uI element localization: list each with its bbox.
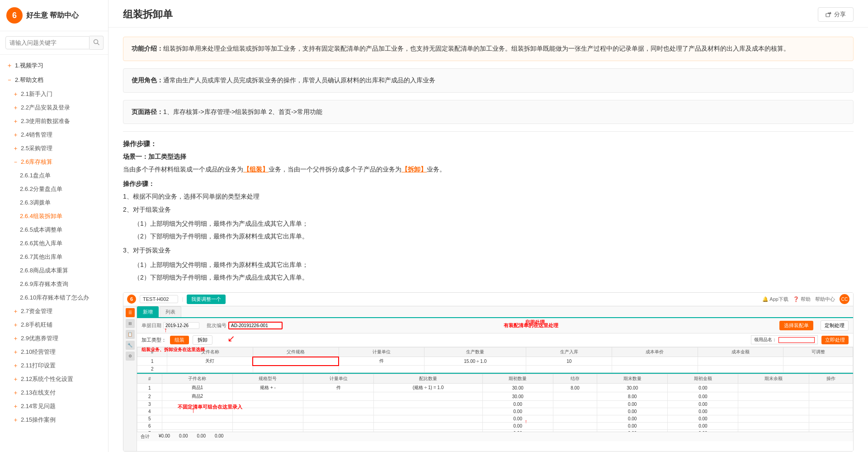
sidebar-item-2-13[interactable]: ＋ 2.13在线支付 xyxy=(0,386,108,400)
mock-topbar: 6 TEST-H002 | 我要调整一个 🔔 App下载 ❓ 帮助 帮助中心 C… xyxy=(123,293,853,306)
sidebar-item-2-6-10[interactable]: 2.6.10库存账本错了怎么办 xyxy=(0,291,108,305)
sidebar-item-2-8[interactable]: ＋ 2.8手机旺铺 xyxy=(0,318,108,332)
intro-box: 功能介绍：组装拆卸单用来处理企业组装或拆卸等加工业务，支持有固定装配清单的产品加… xyxy=(123,37,854,61)
ops-title: 操作步骤： xyxy=(123,140,854,148)
mock-select-btn[interactable]: 选择装配单 xyxy=(779,321,813,330)
highlight-assemble: 【组装】 xyxy=(243,166,269,173)
sub-row-5: 50.000.000.00 xyxy=(137,415,853,423)
th-amount: 成本金额 xyxy=(698,347,783,357)
mock-main: 新增 列表 单据日期 批次编号 xyxy=(137,306,853,451)
sidebar-item-2-label: 2.帮助文档 xyxy=(15,76,43,84)
sub-row-7: 70.000.000.00 xyxy=(137,430,853,432)
sidebar-label-2-13: 2.13在线支付 xyxy=(21,389,56,397)
sidebar-item-2-6[interactable]: － 2.6库存核算 xyxy=(0,155,108,169)
td-2-name xyxy=(167,366,253,373)
sidebar-item-2-6-6[interactable]: 2.6.6其他入库单 xyxy=(0,237,108,250)
sidebar-item-1[interactable]: ＋ 1.视频学习 xyxy=(0,58,108,73)
th-pspec: 父件规格 xyxy=(253,347,339,357)
sidebar-label-2-10: 2.10经营管理 xyxy=(21,348,56,356)
sidebar-item-2-4[interactable]: ＋ 2.4销售管理 xyxy=(0,128,108,142)
sidebar-item-2-6-8[interactable]: 2.6.8商品成本重算 xyxy=(0,264,108,277)
sidebar-item-2-9[interactable]: ＋ 2.9优惠券管理 xyxy=(0,332,108,345)
content-body: 功能介绍：组装拆卸单用来处理企业组装或拆卸等加工业务，支持有固定装配清单的产品加… xyxy=(108,28,868,452)
plus-icon-2-11: ＋ xyxy=(13,362,19,370)
sth-name: 子件名称 xyxy=(162,374,232,384)
sidebar-item-2-15[interactable]: ＋ 2.15操作案例 xyxy=(0,413,108,427)
td-2-amount xyxy=(698,366,783,373)
search-input[interactable] xyxy=(5,36,90,49)
logo-area: 6 好生意 帮助中心 xyxy=(0,0,108,31)
mock-table-area: # 父件名称 父件规格 计量单位 生产数量 生产入库 成本单价 成本金额 可调整 xyxy=(137,347,853,373)
sidebar-item-2-10[interactable]: ＋ 2.10经营管理 xyxy=(0,345,108,359)
sidebar-item-2-11[interactable]: ＋ 2.11打印设置 xyxy=(0,359,108,372)
sidebar-label-2-7: 2.7资金管理 xyxy=(21,307,52,315)
footer-val3: 0.00 xyxy=(197,433,206,440)
mock-ok-btn[interactable]: 定制处理 xyxy=(821,320,849,331)
sub-row-4: 40.000.000.00 xyxy=(137,408,853,415)
batch-input[interactable] xyxy=(228,322,283,329)
path-text: 1、库存核算->库存管理->组装拆卸单 2、首页->常用功能 xyxy=(163,108,322,115)
path-box: 页面路径：1、库存核算->库存管理->组装拆卸单 2、首页->常用功能 xyxy=(123,100,854,124)
sr2-name: 商品2 xyxy=(162,392,232,401)
sr2-op xyxy=(809,392,853,401)
sidebar-item-2-1[interactable]: ＋ 2.1新手入门 xyxy=(0,87,108,101)
sidebar-item-2-6-4[interactable]: 2.6.4组装拆卸单 xyxy=(0,209,108,223)
field-date: 单据日期 xyxy=(142,322,199,329)
sth-endamt: 期末余额 xyxy=(738,374,809,384)
sidebar-label-2-5: 2.5采购管理 xyxy=(21,144,52,152)
mock-icon-4: 🔧 xyxy=(126,341,135,350)
td-2-in xyxy=(526,366,612,373)
date-input[interactable] xyxy=(163,322,199,329)
sidebar-item-2-14[interactable]: ＋ 2.14常见问题 xyxy=(0,400,108,413)
sth-balance: 结存 xyxy=(553,374,597,384)
sidebar-label-2-2: 2.2产品安装及登录 xyxy=(21,104,70,112)
mock-btn-assemble[interactable]: 组装 xyxy=(170,336,189,344)
mock-confirm-btn[interactable]: 立即处理 xyxy=(821,336,849,344)
sidebar-label-2-9: 2.9优惠券管理 xyxy=(21,334,58,343)
mock-app-store: 🔔 App下载 xyxy=(762,296,788,303)
search-button[interactable] xyxy=(90,36,104,50)
sub-row-6: 60.000.000.00 xyxy=(137,423,853,430)
plus-icon-2-12: ＋ xyxy=(13,375,19,383)
th-inqty: 生产入库 xyxy=(526,347,612,357)
share-button[interactable]: 分享 xyxy=(818,7,854,22)
sr2-bal xyxy=(553,392,597,401)
sidebar-item-2-6-7[interactable]: 2.6.7其他出库单 xyxy=(0,250,108,264)
td-1-cost xyxy=(612,357,698,366)
td-1-qty: 15.00 ÷ 1.0 xyxy=(425,357,526,366)
sidebar-item-2-3[interactable]: ＋ 2.3使用前数据准备 xyxy=(0,114,108,128)
svg-rect-2 xyxy=(826,14,830,17)
sidebar-item-2-6-5[interactable]: 2.6.5成本调整单 xyxy=(0,223,108,237)
sr2-end: 8.00 xyxy=(597,392,668,401)
process-input[interactable] xyxy=(778,337,815,343)
sidebar-item-2-6-3[interactable]: 2.6.3调拨单 xyxy=(0,196,108,209)
sth-ratio: 配比数量 xyxy=(374,374,482,384)
sidebar-item-2-6-9[interactable]: 2.6.9库存账本查询 xyxy=(0,277,108,291)
sidebar-item-2-6-2[interactable]: 2.6.2分量盘点单 xyxy=(0,182,108,196)
sidebar-item-2-2[interactable]: ＋ 2.2产品安装及登录 xyxy=(0,101,108,114)
mock-btn-disassemble[interactable]: 拆卸 xyxy=(193,335,212,345)
plus-icon-2-9: ＋ xyxy=(13,334,19,343)
table-row-2: 2 xyxy=(137,366,853,373)
mock-type-row: 加工类型： 组装 拆卸 领用品名： 立即处理 组装业务、拆卸业务在这里选择 xyxy=(137,333,853,347)
minus-icon-2-6: － xyxy=(13,158,19,166)
mock-tab-list[interactable]: 列表 xyxy=(160,306,181,317)
sidebar-item-2-12[interactable]: ＋ 2.12系统个性化设置 xyxy=(0,372,108,386)
sidebar-item-2-7[interactable]: ＋ 2.7资金管理 xyxy=(0,305,108,318)
td-2-qty xyxy=(425,366,526,373)
sidebar-item-2[interactable]: － 2.帮助文档 xyxy=(0,73,108,87)
sidebar-item-2-6-1[interactable]: 2.6.1盘点单 xyxy=(0,169,108,182)
sr1-initamt: 0.00 xyxy=(668,384,738,392)
td-1-spec xyxy=(253,357,339,366)
table-row: 1 关灯 件 15.00 ÷ 1.0 10 xyxy=(137,357,853,366)
mock-footer: 合计 ¥0.00 0.00 0.00 0.00 xyxy=(137,432,853,441)
mock-tab-new[interactable]: 新增 xyxy=(137,306,159,317)
sidebar-label-2-14: 2.14常见问题 xyxy=(21,402,56,410)
sr1-ratio: (规格 ÷ 1) = 1.0 xyxy=(374,384,482,392)
sr1-endamt xyxy=(738,384,809,392)
td-2-cost xyxy=(612,366,698,373)
sidebar-item-2-5[interactable]: ＋ 2.5采购管理 xyxy=(0,142,108,155)
intro-text: 组装拆卸单用来处理企业组装或拆卸等加工业务，支持有固定装配清单的产品加工业务，也… xyxy=(163,45,790,52)
td-2-unit xyxy=(339,366,425,373)
role-label: 使用角色： xyxy=(132,76,163,84)
